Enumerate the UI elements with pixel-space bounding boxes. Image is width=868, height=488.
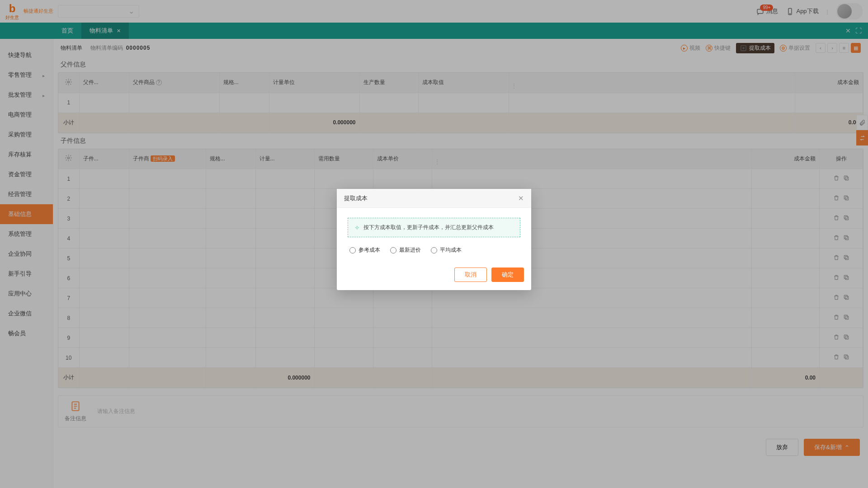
- modal-title: 提取成本: [344, 194, 368, 202]
- extract-cost-modal: 提取成本 ✕ ✧ 按下方成本取值，更新子件成本，并汇总更新父件成本 参考成本 最…: [337, 189, 531, 290]
- radio-refcost[interactable]: 参考成本: [349, 246, 380, 254]
- modal-cancel-button[interactable]: 取消: [454, 267, 487, 282]
- modal-hint: ✧ 按下方成本取值，更新子件成本，并汇总更新父件成本: [348, 218, 520, 237]
- modal-close-button[interactable]: ✕: [518, 194, 524, 202]
- modal-confirm-button[interactable]: 确定: [491, 267, 524, 282]
- radio-avgcost[interactable]: 平均成本: [431, 246, 462, 254]
- radio-latestprice[interactable]: 最新进价: [390, 246, 421, 254]
- lightbulb-icon: ✧: [354, 224, 360, 231]
